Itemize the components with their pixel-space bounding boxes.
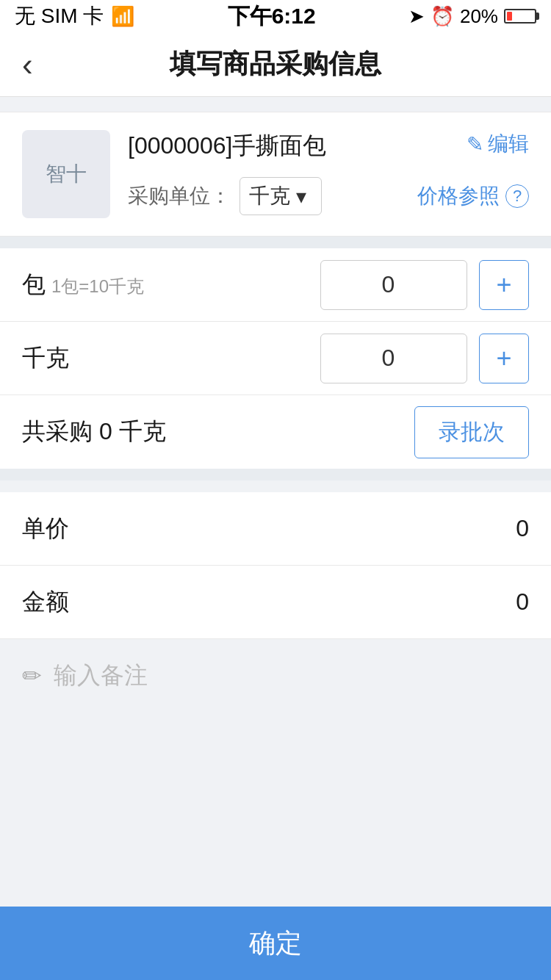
- pack-label: 包1包=10千克: [22, 269, 144, 301]
- page-title: 填写商品采购信息: [170, 46, 381, 82]
- kg-field-wrap: +: [140, 334, 529, 383]
- product-thumbnail: 智十: [22, 130, 110, 218]
- input-section: 包1包=10千克 + 千克 +: [0, 248, 551, 395]
- remark-placeholder: 输入备注: [54, 660, 148, 692]
- info-section: 单价 0 金额 0: [0, 492, 551, 639]
- unit-row: 采购单位： 千克 ▾ 价格参照 ?: [128, 177, 529, 215]
- kg-label: 千克: [22, 342, 140, 375]
- remark-section[interactable]: ✏ 输入备注: [0, 639, 551, 713]
- status-bar: 无 SIM 卡 📶 下午6:12 ➤ ⏰ 20%: [0, 0, 551, 32]
- status-left: 无 SIM 卡 📶: [15, 2, 134, 30]
- nav-bar: ‹ 填写商品采购信息: [0, 32, 551, 97]
- pack-plus-button[interactable]: +: [479, 260, 529, 310]
- amount-row: 金额 0: [0, 566, 551, 639]
- edit-button[interactable]: ✎ 编辑: [467, 130, 529, 158]
- pack-input-row: 包1包=10千克 +: [0, 248, 551, 322]
- pack-input[interactable]: [320, 260, 467, 310]
- kg-input-row: 千克 +: [0, 322, 551, 395]
- status-right: ➤ ⏰ 20%: [408, 5, 536, 28]
- product-card: 智十 [0000006]手撕面包 ✎ 编辑 采购单位： 千克 ▾ 价格参照 ?: [0, 112, 551, 237]
- pack-note: 1包=10千克: [51, 276, 144, 296]
- wifi-icon: 📶: [111, 5, 134, 28]
- location-icon: ➤: [408, 5, 425, 28]
- amount-value: 0: [516, 588, 529, 616]
- unit-info: 采购单位： 千克 ▾: [128, 177, 322, 215]
- status-time: 下午6:12: [228, 1, 316, 32]
- alarm-icon: ⏰: [431, 5, 454, 28]
- product-name-row: [0000006]手撕面包 ✎ 编辑: [128, 130, 529, 162]
- edit-label: 编辑: [488, 130, 529, 158]
- divider-1: [0, 237, 551, 248]
- product-info: [0000006]手撕面包 ✎ 编辑 采购单位： 千克 ▾ 价格参照 ?: [128, 130, 529, 215]
- amount-label: 金额: [22, 586, 69, 619]
- unit-label: 采购单位：: [128, 182, 231, 210]
- edit-icon: ✎: [467, 132, 483, 156]
- pencil-icon: ✏: [22, 662, 42, 690]
- product-name: [0000006]手撕面包: [128, 130, 467, 162]
- summary-row: 共采购 0 千克 录批次: [0, 395, 551, 469]
- kg-input[interactable]: [320, 334, 467, 383]
- pack-field-wrap: +: [144, 260, 529, 310]
- confirm-button[interactable]: 确定: [0, 907, 551, 980]
- divider-2: [0, 469, 551, 480]
- kg-plus-button[interactable]: +: [479, 334, 529, 383]
- help-icon: ?: [505, 184, 529, 208]
- product-thumb-text: 智十: [46, 162, 87, 187]
- unit-price-value: 0: [516, 515, 529, 542]
- chevron-down-icon: ▾: [296, 184, 306, 209]
- record-batch-button[interactable]: 录批次: [414, 406, 529, 458]
- sim-label: 无 SIM 卡: [15, 2, 104, 30]
- battery-icon: [504, 9, 536, 24]
- unit-value: 千克: [249, 182, 290, 210]
- summary-text: 共采购 0 千克: [22, 416, 166, 448]
- price-ref-button[interactable]: 价格参照 ?: [417, 182, 529, 210]
- back-button[interactable]: ‹: [22, 46, 33, 83]
- unit-price-row: 单价 0: [0, 492, 551, 566]
- battery-percent: 20%: [460, 5, 498, 28]
- unit-select[interactable]: 千克 ▾: [240, 177, 322, 215]
- price-ref-label: 价格参照: [417, 182, 500, 210]
- unit-price-label: 单价: [22, 513, 69, 545]
- content-padding: [0, 713, 551, 918]
